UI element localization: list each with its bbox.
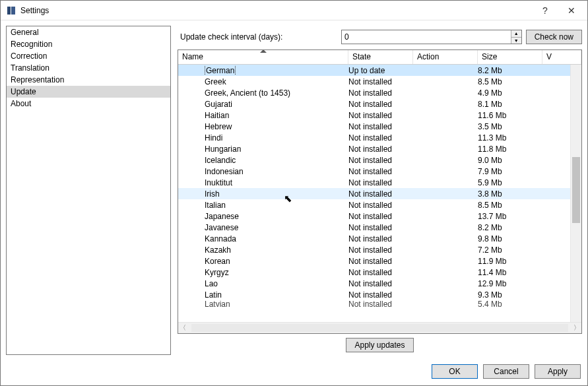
sidebar-item-correction[interactable]: Correction: [7, 50, 170, 62]
horizontal-scroll-thumb[interactable]: [191, 324, 568, 332]
table-row[interactable]: IcelandicNot installed9.0 Mb: [178, 154, 570, 166]
header-action[interactable]: Action: [413, 50, 478, 64]
cell-size: 11.9 Mb: [478, 257, 542, 266]
sidebar-item-representation[interactable]: Representation: [7, 74, 170, 86]
table-row[interactable]: KyrgyzNot installed11.4 Mb: [178, 267, 570, 278]
help-button[interactable]: ?: [532, 1, 558, 20]
cell-state: Not installed: [348, 77, 413, 86]
apply-updates-button[interactable]: Apply updates: [346, 338, 413, 352]
table-row[interactable]: JavaneseNot installed8.2 Mb: [178, 222, 570, 233]
cell-name: Kyrgyz: [178, 268, 348, 277]
header-last[interactable]: V: [542, 50, 581, 64]
cell-state: Not installed: [348, 156, 413, 165]
header-name[interactable]: Name: [178, 50, 348, 64]
content-area: GeneralRecognitionCorrectionTranslationR…: [1, 20, 587, 360]
cell-size: 4.9 Mb: [478, 88, 542, 98]
cell-name: Hebrew: [178, 122, 348, 131]
vertical-scrollbar[interactable]: [570, 65, 581, 322]
table-row[interactable]: LatinNot installed9.3 Mb: [178, 289, 570, 300]
cell-size: 13.7 Mb: [478, 212, 542, 221]
cell-name: Greek, Ancient (to 1453): [178, 88, 348, 98]
horizontal-scrollbar[interactable]: 〈 〉: [178, 322, 581, 333]
cell-size: 5.4 Mb: [478, 300, 542, 308]
cell-name: Latvian: [178, 300, 348, 308]
cell-size: 7.2 Mb: [478, 245, 542, 255]
table-row[interactable]: GreekNot installed8.5 Mb: [178, 76, 570, 87]
cell-state: Not installed: [348, 300, 413, 308]
table-row[interactable]: LaoNot installed12.9 Mb: [178, 278, 570, 289]
ok-button[interactable]: OK: [432, 364, 478, 379]
cell-name: Haitian: [178, 111, 348, 120]
cell-size: 5.9 Mb: [478, 178, 542, 187]
cell-name: Kannada: [178, 234, 348, 243]
cell-name: Icelandic: [178, 156, 348, 165]
cell-size: 11.8 Mb: [478, 145, 542, 154]
sidebar-item-recognition[interactable]: Recognition: [7, 38, 170, 50]
cell-state: Not installed: [348, 133, 413, 143]
table-row[interactable]: HebrewNot installed3.5 Mb: [178, 121, 570, 132]
scroll-right-icon[interactable]: 〉: [573, 323, 580, 333]
cell-size: 8.1 Mb: [478, 100, 542, 109]
table-row[interactable]: ItalianNot installed8.5 Mb: [178, 199, 570, 210]
main-panel: Update check interval (days): ▲ ▼ Check …: [178, 26, 582, 355]
interval-label: Update check interval (days):: [178, 32, 341, 42]
table-row[interactable]: JapaneseNot installed13.7 Mb: [178, 210, 570, 222]
cell-size: 8.2 Mb: [478, 223, 542, 232]
header-state[interactable]: State: [348, 50, 413, 64]
table-row[interactable]: LatvianNot installed5.4 Mb: [178, 300, 570, 308]
spin-up-icon[interactable]: ▲: [511, 30, 521, 38]
cell-state: Not installed: [348, 257, 413, 266]
cell-state: Not installed: [348, 167, 413, 176]
cell-name: Hungarian: [178, 145, 348, 154]
cell-state: Not installed: [348, 290, 413, 300]
category-sidebar: GeneralRecognitionCorrectionTranslationR…: [6, 26, 171, 355]
svg-rect-1: [11, 7, 15, 15]
cell-name: Javanese: [178, 223, 348, 232]
sidebar-item-translation[interactable]: Translation: [7, 62, 170, 74]
cell-state: Not installed: [348, 201, 413, 210]
spin-buttons[interactable]: ▲ ▼: [511, 30, 521, 44]
table-row[interactable]: Greek, Ancient (to 1453)Not installed4.9…: [178, 87, 570, 98]
cell-name: Italian: [178, 201, 348, 210]
table-row[interactable]: KoreanNot installed11.9 Mb: [178, 255, 570, 267]
cell-state: Not installed: [348, 189, 413, 199]
interval-input[interactable]: [342, 30, 511, 44]
interval-row: Update check interval (days): ▲ ▼ Check …: [178, 26, 582, 49]
cell-state: Up to date: [348, 66, 413, 75]
table-row[interactable]: HaitianNot installed11.6 Mb: [178, 110, 570, 121]
cell-name: Irish: [178, 189, 348, 199]
vertical-scroll-thumb[interactable]: [572, 157, 580, 223]
sidebar-item-general[interactable]: General: [7, 26, 170, 38]
spin-down-icon[interactable]: ▼: [511, 38, 521, 44]
cell-state: Not installed: [348, 279, 413, 288]
table-row[interactable]: KazakhNot installed7.2 Mb: [178, 244, 570, 255]
apply-updates-row: Apply updates: [178, 334, 582, 355]
table-row[interactable]: IrishNot installed3.8 Mb: [178, 188, 570, 199]
sidebar-item-about[interactable]: About: [7, 98, 170, 110]
table-row[interactable]: GermanUp to date8.2 Mb: [178, 65, 570, 76]
app-icon: [6, 5, 16, 16]
sidebar-item-update[interactable]: Update: [7, 86, 170, 98]
cell-state: Not installed: [348, 223, 413, 232]
cancel-button[interactable]: Cancel: [483, 364, 529, 379]
cell-state: Not installed: [348, 234, 413, 243]
check-now-button[interactable]: Check now: [526, 30, 582, 44]
cell-size: 9.8 Mb: [478, 234, 542, 243]
cell-state: Not installed: [348, 145, 413, 154]
cell-name: Inuktitut: [178, 178, 348, 187]
cell-state: Not installed: [348, 178, 413, 187]
table-row[interactable]: HindiNot installed11.3 Mb: [178, 132, 570, 143]
table-row[interactable]: GujaratiNot installed8.1 Mb: [178, 98, 570, 110]
cell-size: 8.5 Mb: [478, 201, 542, 210]
scroll-left-icon[interactable]: 〈: [180, 323, 186, 333]
apply-button[interactable]: Apply: [535, 364, 581, 379]
table-row[interactable]: KannadaNot installed9.8 Mb: [178, 233, 570, 244]
table-row[interactable]: IndonesianNot installed7.9 Mb: [178, 166, 570, 177]
table-row[interactable]: InuktitutNot installed5.9 Mb: [178, 177, 570, 188]
table-body: ⬉ GermanUp to date8.2 MbGreekNot install…: [178, 65, 570, 322]
interval-spinbox[interactable]: ▲ ▼: [341, 30, 522, 44]
close-button[interactable]: ✕: [558, 1, 585, 20]
header-size[interactable]: Size: [478, 50, 542, 64]
cell-name: Lao: [178, 279, 348, 288]
table-row[interactable]: HungarianNot installed11.8 Mb: [178, 143, 570, 154]
